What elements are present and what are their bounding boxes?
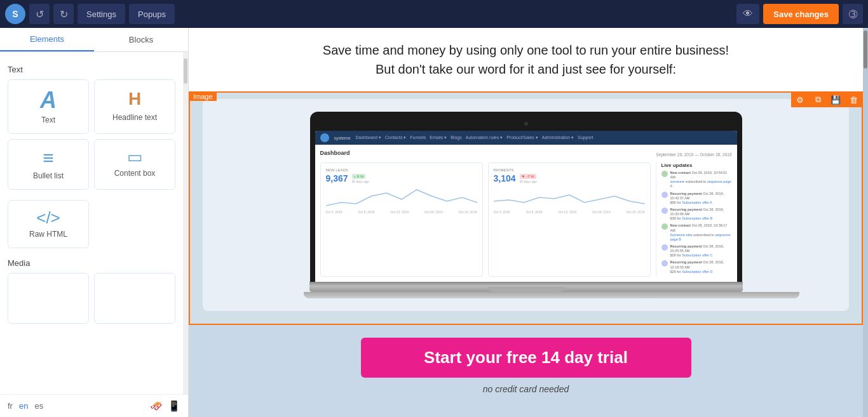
laptop-mockup: systeme Dashboard ▾ Contacts ▾ Funnels E… xyxy=(203,99,849,311)
device-desktop[interactable]: 🛷 xyxy=(150,400,163,412)
image-delete-btn[interactable]: 🗑 xyxy=(844,92,862,107)
nav-funnels: Funnels xyxy=(410,135,426,140)
redo-button[interactable]: ↻ xyxy=(53,4,74,24)
lang-fr[interactable]: fr xyxy=(8,401,13,411)
scrollbar-thumb xyxy=(184,58,187,84)
live-item-4: Recurring payment Oct 28, 2019, 10:25:55… xyxy=(661,244,732,258)
lang-es[interactable]: es xyxy=(34,401,43,411)
live-icon-payment xyxy=(661,192,668,198)
device-switcher: 🛷 📱 xyxy=(150,400,180,412)
save-button[interactable]: Save changes xyxy=(763,4,839,24)
leads-label: NEW LEADS xyxy=(326,168,477,172)
preview-button[interactable]: 👁 xyxy=(736,4,759,24)
raw-html-icon: </> xyxy=(36,209,60,226)
laptop-screen: systeme Dashboard ▾ Contacts ▾ Funnels E… xyxy=(315,131,737,282)
cta-button[interactable]: Start your free 14 day trial xyxy=(361,338,691,378)
elements-grid-media xyxy=(8,273,175,324)
mini-dashboard: Dashboard September 29, 2019 — October 2… xyxy=(315,145,737,282)
undo-button[interactable]: ↺ xyxy=(29,4,50,24)
canvas-scrollbar[interactable] xyxy=(863,28,868,417)
export-button[interactable]: ➂ xyxy=(843,4,863,24)
settings-tab[interactable]: Settings xyxy=(78,4,125,24)
intro-line1: Save time and money by using only one to… xyxy=(201,41,850,60)
live-icon-payment2 xyxy=(661,208,668,214)
headline-icon: H xyxy=(128,89,141,109)
laptop-bottom xyxy=(304,292,799,298)
lang-en[interactable]: en xyxy=(19,401,28,411)
laptop-image-section: systeme Dashboard ▾ Contacts ▾ Funnels E… xyxy=(190,93,862,324)
payments-badge: ▼ -7 % xyxy=(520,174,536,179)
payments-chart xyxy=(494,183,645,209)
payments-value: 3,104 xyxy=(494,173,516,183)
nav-products: Product/Sales ▾ xyxy=(506,135,538,140)
intro-line2: But don't take our word for it and just … xyxy=(201,60,850,79)
sidebar-lang-bar: fr en es 🛷 📱 xyxy=(0,394,188,417)
cta-section: Start your free 14 day trial no credit c… xyxy=(189,325,863,407)
element-headline-label: Headline text xyxy=(112,113,157,122)
cta-subtext: no credit card needed xyxy=(201,384,850,394)
image-toolbar: ⚙ ⧉ 💾 🗑 xyxy=(791,92,862,107)
image-settings-btn[interactable]: ⚙ xyxy=(791,92,809,107)
image-save-btn[interactable]: 💾 xyxy=(827,92,844,107)
elements-grid-text: A Text H Headline text ≡ Bullet list xyxy=(8,79,175,190)
leads-chart xyxy=(326,183,477,209)
live-updates: Live updates New contact Oct 28, 2019, 1… xyxy=(656,162,732,277)
section-media-title: Media xyxy=(8,258,175,268)
nav-admin: Administration ▾ xyxy=(542,135,574,140)
live-item-1: Recurring payment Oct 28, 2019, 10:42:37… xyxy=(661,192,732,205)
element-headline[interactable]: H Headline text xyxy=(94,79,175,134)
image-label: Image xyxy=(189,92,217,101)
leads-badge: + 9 % xyxy=(352,174,366,179)
dash-date: September 29, 2019 — October 28, 2019 xyxy=(656,152,731,157)
element-media-2[interactable] xyxy=(94,273,175,324)
payments-label: PAYMENTS xyxy=(494,168,645,172)
canvas: Save time and money by using only one to… xyxy=(189,28,863,417)
live-item-3: New contact Oct 28, 2019, 10:36:17 AMSom… xyxy=(661,223,732,242)
sidebar-content: Text A Text H Headline text ≡ B xyxy=(0,52,183,394)
tab-elements[interactable]: Elements xyxy=(0,28,94,51)
element-content-box-label: Content box xyxy=(114,169,156,178)
popups-tab[interactable]: Popups xyxy=(129,4,175,24)
device-mobile[interactable]: 📱 xyxy=(168,400,180,412)
image-duplicate-btn[interactable]: ⧉ xyxy=(809,92,827,107)
nav-dashboard: Dashboard ▾ xyxy=(356,135,381,140)
live-item-5: Recurring payment Oct 28, 2019, 10:18:33… xyxy=(661,260,732,274)
text-icon: A xyxy=(40,89,57,112)
main-layout: Elements Blocks Text A Text H Headline t… xyxy=(0,28,868,417)
element-bullet-list[interactable]: ≡ Bullet list xyxy=(8,139,89,190)
canvas-inner: Save time and money by using only one to… xyxy=(189,28,863,417)
mini-nav: systeme Dashboard ▾ Contacts ▾ Funnels E… xyxy=(315,131,737,145)
element-content-box[interactable]: ▭ Content box xyxy=(94,139,175,190)
nav-automation: Automation rules ▾ xyxy=(466,135,503,140)
elements-grid-html: </> Raw HTML xyxy=(8,200,175,248)
tab-blocks[interactable]: Blocks xyxy=(94,28,188,51)
element-media-1[interactable] xyxy=(8,273,89,324)
image-element[interactable]: Image ⚙ ⧉ 💾 🗑 xyxy=(189,91,863,325)
element-text[interactable]: A Text xyxy=(8,79,89,134)
dash-title: Dashboard xyxy=(320,150,350,156)
element-bullet-label: Bullet list xyxy=(33,171,64,180)
intro-section: Save time and money by using only one to… xyxy=(189,28,863,91)
sidebar: Elements Blocks Text A Text H Headline t… xyxy=(0,28,189,417)
element-text-label: Text xyxy=(41,116,55,124)
live-item-2: Recurring payment Oct 28, 2019, 10:20:09… xyxy=(661,208,732,221)
live-icon-contact xyxy=(661,171,668,177)
laptop-base xyxy=(309,282,743,292)
bullet-list-icon: ≡ xyxy=(43,149,54,168)
sidebar-tabs: Elements Blocks xyxy=(0,28,188,52)
nav-blogs: Blogs xyxy=(451,135,462,140)
logo[interactable]: S xyxy=(5,4,25,24)
live-item-0: New contact Oct 28, 2019, 10:54:01 AMsom… xyxy=(661,171,732,189)
canvas-scroll-thumb xyxy=(864,30,867,69)
live-title: Live updates xyxy=(661,162,732,168)
nav-emails: Emails ▾ xyxy=(430,135,447,140)
nav-contacts: Contacts ▾ xyxy=(385,135,407,140)
mini-brand: systeme xyxy=(334,136,351,140)
sidebar-scrollbar[interactable] xyxy=(183,52,188,394)
live-icon-contact2 xyxy=(661,223,668,230)
element-raw-html[interactable]: </> Raw HTML xyxy=(8,200,89,248)
topbar: S ↺ ↻ Settings Popups 👁 Save changes ➂ xyxy=(0,0,868,28)
mini-nav-items: Dashboard ▾ Contacts ▾ Funnels Emails ▾ … xyxy=(356,135,593,140)
live-icon-payment4 xyxy=(661,260,668,267)
leads-value: 9,367 xyxy=(326,173,348,183)
